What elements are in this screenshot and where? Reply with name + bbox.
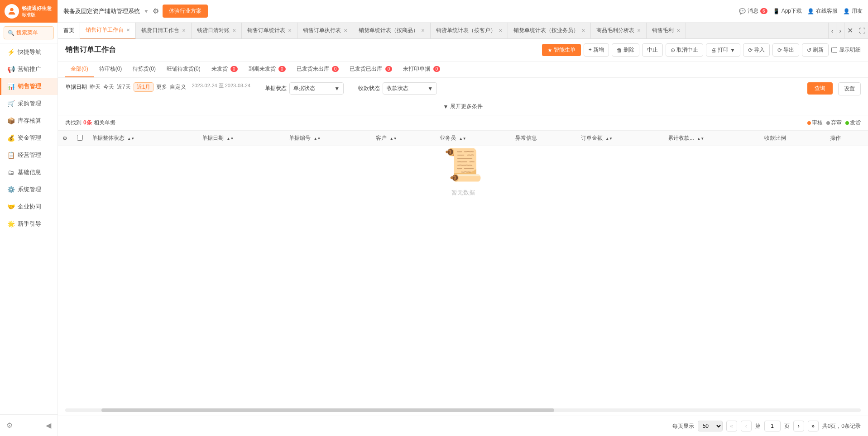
- subtab-not-shipped[interactable]: 未发货 0: [206, 62, 243, 77]
- sidebar-finance[interactable]: 💰 资金管理: [0, 129, 58, 147]
- sidebar-inventory[interactable]: 📦 库存核算: [0, 112, 58, 129]
- status-sort-icon[interactable]: ▲▼: [127, 137, 134, 141]
- delete-button[interactable]: 🗑 删除: [612, 43, 639, 57]
- subtab-pending-review[interactable]: 待审核(0): [94, 62, 128, 77]
- subtab-all[interactable]: 全部(0): [65, 62, 94, 77]
- tab-sales-summary-staff-close[interactable]: ✕: [581, 28, 585, 33]
- tab-prev-button[interactable]: ‹: [828, 23, 836, 39]
- sidebar-marketing[interactable]: 📢 营销推广: [0, 61, 58, 78]
- date-opt-7days[interactable]: 近7天: [117, 83, 131, 91]
- search-menu-button[interactable]: 🔍 搜索菜单: [4, 26, 54, 39]
- sidebar-basic[interactable]: 🗂 基础信息: [0, 164, 58, 181]
- refresh-button[interactable]: ↺ 刷新: [802, 43, 829, 57]
- sidebar-sales[interactable]: 📊 销售管理: [0, 78, 58, 95]
- sidebar-enterprise[interactable]: 🤝 企业协同: [0, 198, 58, 215]
- app-download-item[interactable]: 📱 App下载: [773, 7, 802, 15]
- new-button[interactable]: + 新增: [584, 43, 609, 57]
- staff-sort-icon[interactable]: ▲▼: [459, 137, 466, 141]
- cancel-abort-button[interactable]: ⊙ 取消中止: [666, 43, 703, 57]
- horizontal-scrollbar[interactable]: [65, 408, 861, 412]
- filter-settings-button[interactable]: 设置: [838, 82, 861, 95]
- tab-cash-daily-close[interactable]: ✕: [182, 28, 186, 33]
- page-first-button[interactable]: «: [726, 421, 737, 431]
- topbar-settings-button[interactable]: ⚙: [153, 7, 159, 15]
- tab-sales-profit[interactable]: 销售毛利 ✕: [647, 23, 686, 39]
- date-sort-icon[interactable]: ▲▼: [227, 137, 234, 141]
- review-label: 审核: [812, 119, 823, 127]
- ship-action-button[interactable]: 发货: [845, 119, 861, 127]
- subtab-overdue[interactable]: 到期未发货 0: [243, 62, 291, 77]
- collected-sort-icon[interactable]: ▲▼: [697, 137, 704, 141]
- sidebar-operation[interactable]: 📋 经营管理: [0, 147, 58, 164]
- tab-sales-summary-product[interactable]: 销货单统计表（按商品） ✕: [353, 23, 431, 39]
- collapse-button[interactable]: ◀: [44, 419, 53, 431]
- tab-next-button[interactable]: ›: [836, 23, 844, 39]
- sidebar-purchase[interactable]: 🛒 采购管理: [0, 95, 58, 112]
- user-item[interactable]: 👤 用友: [843, 7, 863, 15]
- tab-sales-exec-close[interactable]: ✕: [344, 28, 347, 33]
- tab-expand-button[interactable]: ⛶: [856, 23, 868, 39]
- cancel-review-button[interactable]: 弃审: [826, 119, 842, 127]
- service-icon: 👤: [807, 8, 814, 14]
- page-last-button[interactable]: »: [808, 421, 819, 431]
- tab-cash-reconcile[interactable]: 钱货日清对账 ✕: [192, 23, 242, 39]
- tab-cash-reconcile-label: 钱货日清对账: [197, 27, 230, 34]
- subtab-shipped-out[interactable]: 已发货已出库 0: [344, 62, 398, 77]
- column-settings-icon[interactable]: ⚙: [62, 135, 67, 142]
- print-button[interactable]: 🖨 打印 ▼: [706, 43, 740, 57]
- page-next-button[interactable]: ›: [793, 421, 804, 431]
- tab-sales-profit-close[interactable]: ✕: [676, 28, 680, 33]
- not-printed-badge: 0: [433, 66, 441, 72]
- amount-sort-icon[interactable]: ▲▼: [605, 137, 613, 141]
- customer-sort-icon[interactable]: ▲▼: [390, 137, 397, 141]
- query-button[interactable]: 查询: [807, 82, 833, 95]
- date-opt-yesterday[interactable]: 昨天: [90, 83, 101, 91]
- sidebar-guide[interactable]: 🌟 新手引导: [0, 215, 58, 232]
- tab-sales-summary-product-close[interactable]: ✕: [421, 28, 425, 33]
- page-prev-button[interactable]: ‹: [741, 421, 752, 431]
- online-service-item[interactable]: 👤 在线客服: [807, 7, 838, 15]
- date-opt-1month[interactable]: 近1月: [134, 82, 154, 92]
- tab-sales-exec[interactable]: 销售订单执行表 ✕: [297, 23, 353, 39]
- tab-sales-summary-customer[interactable]: 销货单统计表（按客户） ✕: [431, 23, 508, 39]
- receipt-status-select[interactable]: 收款状态 ▼: [383, 82, 437, 95]
- number-sort-icon[interactable]: ▲▼: [314, 137, 321, 141]
- export-button[interactable]: ⟳ 导出: [772, 43, 799, 57]
- per-page-select[interactable]: 10 20 50 100: [698, 421, 723, 431]
- subtab-not-printed[interactable]: 未打印单据 0: [398, 62, 446, 77]
- subtab-wangpu[interactable]: 旺铺待发货(0): [161, 62, 206, 77]
- tab-sales-summary-staff[interactable]: 销货单统计表（按业务员） ✕: [508, 23, 591, 39]
- sidebar-system[interactable]: ⚙️ 系统管理: [0, 181, 58, 198]
- bill-status-select[interactable]: 单据状态 ▼: [289, 82, 344, 95]
- sidebar-quicknav[interactable]: ⚡ 快捷导航: [0, 43, 58, 61]
- tab-sales-summary-customer-close[interactable]: ✕: [499, 28, 502, 33]
- subtab-pending-inspection[interactable]: 待拣货(0): [127, 62, 161, 77]
- industry-solution-button[interactable]: 体验行业方案: [163, 5, 208, 18]
- message-item[interactable]: 💬 消息 6: [739, 7, 767, 15]
- select-all-checkbox[interactable]: [77, 135, 83, 141]
- import-button[interactable]: ⟳ 导入: [743, 43, 770, 57]
- date-opt-custom[interactable]: 自定义: [170, 83, 186, 91]
- settings-bottom-button[interactable]: ⚙: [5, 419, 14, 431]
- tab-cash-reconcile-close[interactable]: ✕: [232, 28, 236, 33]
- smart-create-button[interactable]: ★ 智能生单: [542, 44, 581, 56]
- tab-gross-margin-close[interactable]: ✕: [637, 28, 641, 33]
- review-action-button[interactable]: 审核: [807, 119, 823, 127]
- tab-sales-stats[interactable]: 销售订单统计表 ✕: [242, 23, 297, 39]
- page-number-input[interactable]: [764, 421, 781, 431]
- show-detail-label[interactable]: 显示明细: [831, 46, 861, 54]
- abort-button[interactable]: 中止: [642, 43, 663, 57]
- scrollbar-thumb[interactable]: [101, 408, 554, 412]
- tab-sales-workbench[interactable]: 销售订单工作台 ✕: [80, 23, 136, 39]
- show-detail-checkbox[interactable]: [831, 47, 837, 53]
- date-opt-more[interactable]: 更多: [156, 83, 167, 91]
- tab-cash-daily[interactable]: 钱货日清工作台 ✕: [136, 23, 192, 39]
- subtab-shipped-not-out[interactable]: 已发货未出库 0: [291, 62, 345, 77]
- tab-close-all-button[interactable]: ✕: [844, 23, 856, 39]
- tab-sales-stats-close[interactable]: ✕: [288, 28, 292, 33]
- date-opt-today[interactable]: 今天: [103, 83, 114, 91]
- tab-gross-margin[interactable]: 商品毛利分析表 ✕: [591, 23, 647, 39]
- tab-home[interactable]: 首页: [58, 23, 80, 39]
- expand-filter-button[interactable]: ▼ 展开更多条件: [443, 103, 483, 110]
- tab-sales-workbench-close[interactable]: ✕: [126, 28, 130, 33]
